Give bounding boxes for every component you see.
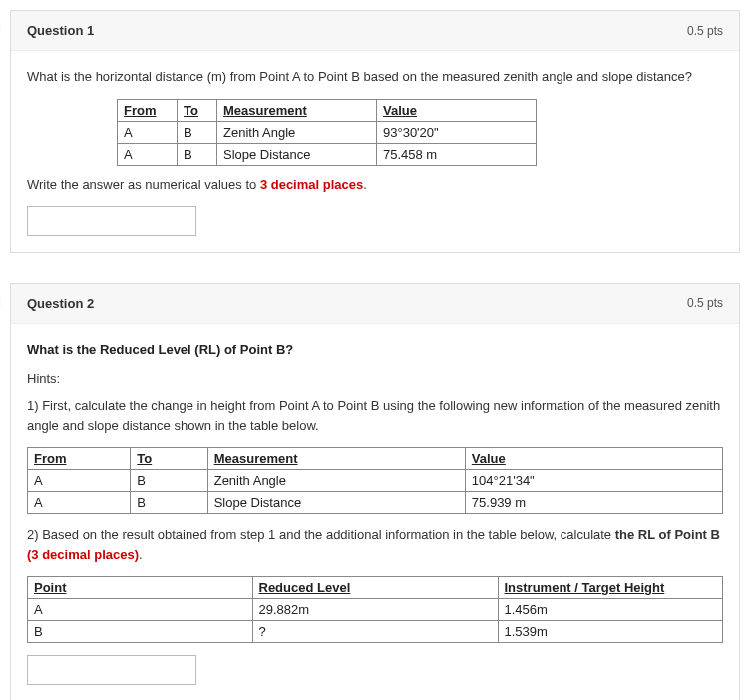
question-2-header: Question 2 0.5 pts [11,284,739,324]
question-2-bookmark-icon [0,294,3,308]
question-1-body: What is the horizontal distance (m) from… [11,51,739,252]
hint-2-suffix: . [139,547,143,562]
cell-point: B [28,621,253,643]
question-1-bookmark-icon [0,21,3,35]
col-point-header: Point [28,577,253,599]
col-instrument-height-header: Instrument / Target Height [498,577,723,599]
cell-instrument-height: 1.456m [498,599,723,621]
question-1-answer-input[interactable] [27,206,196,236]
cell-from: A [118,121,178,143]
col-to-header: To [178,99,217,121]
question-2-card: Question 2 0.5 pts What is the Reduced L… [10,283,740,701]
hint-2-text: 2) Based on the result obtained from ste… [27,525,723,564]
cell-measurement: Slope Distance [207,492,465,514]
table-row: B ? 1.539m [28,621,723,643]
question-1-points: 0.5 pts [687,24,723,38]
table-row: A B Zenith Angle 93°30'20" [118,121,537,143]
table-row: A 29.882m 1.456m [28,599,723,621]
cell-measurement: Slope Distance [217,143,377,165]
table-header-row: From To Measurement Value [118,99,537,121]
cell-measurement: Zenith Angle [217,121,377,143]
question-2-table-2: Point Reduced Level Instrument / Target … [27,576,723,643]
col-measurement-header: Measurement [207,448,465,470]
cell-value: 93°30'20" [377,121,537,143]
question-1-title: Question 1 [27,23,94,38]
cell-to: B [178,121,217,143]
question-2-prompt: What is the Reduced Level (RL) of Point … [27,340,723,360]
hints-label: Hints: [27,371,723,386]
cell-to: B [131,492,207,514]
col-value-header: Value [377,99,537,121]
hint-1-text: 1) First, calculate the change in height… [27,396,723,435]
question-2-title: Question 2 [27,296,94,311]
cell-from: A [118,143,178,165]
question-2-table-1: From To Measurement Value A B Zenith Ang… [27,447,723,514]
question-1-card: Question 1 0.5 pts What is the horizonta… [10,10,740,253]
cell-reduced-level: 29.882m [252,599,498,621]
question-2-points: 0.5 pts [687,296,723,310]
cell-point: A [28,599,253,621]
table-header-row: Point Reduced Level Instrument / Target … [28,577,723,599]
cell-to: B [131,470,207,492]
cell-measurement: Zenith Angle [207,470,465,492]
cell-to: B [178,143,217,165]
hint-2-bold: the RL of Point B [615,527,720,542]
col-measurement-header: Measurement [217,99,377,121]
cell-instrument-height: 1.539m [498,621,723,643]
table-row: A B Slope Distance 75.458 m [118,143,537,165]
cell-from: A [28,470,131,492]
col-from-header: From [118,99,178,121]
col-value-header: Value [465,448,722,470]
question-1-instruction: Write the answer as numerical values to … [27,177,723,192]
question-1-table: From To Measurement Value A B Zenith Ang… [117,99,537,166]
col-to-header: To [131,448,207,470]
instruction-red-text: 3 decimal places [260,177,363,192]
table-row: A B Slope Distance 75.939 m [28,492,723,514]
question-2-answer-input[interactable] [27,655,196,685]
question-2-body: What is the Reduced Level (RL) of Point … [11,324,739,701]
hint-2-prefix: 2) Based on the result obtained from ste… [27,527,615,542]
cell-value: 75.458 m [377,143,537,165]
table-row: A B Zenith Angle 104°21'34" [28,470,723,492]
hint-2-red: (3 decimal places) [27,547,139,562]
cell-from: A [28,492,131,514]
cell-reduced-level: ? [252,621,498,643]
col-reduced-level-header: Reduced Level [252,577,498,599]
question-1-prompt: What is the horizontal distance (m) from… [27,67,723,87]
question-1-header: Question 1 0.5 pts [11,11,739,51]
cell-value: 104°21'34" [465,470,722,492]
table-header-row: From To Measurement Value [28,448,723,470]
instruction-prefix: Write the answer as numerical values to [27,177,260,192]
cell-value: 75.939 m [465,492,722,514]
instruction-suffix: . [363,177,367,192]
col-from-header: From [28,448,131,470]
